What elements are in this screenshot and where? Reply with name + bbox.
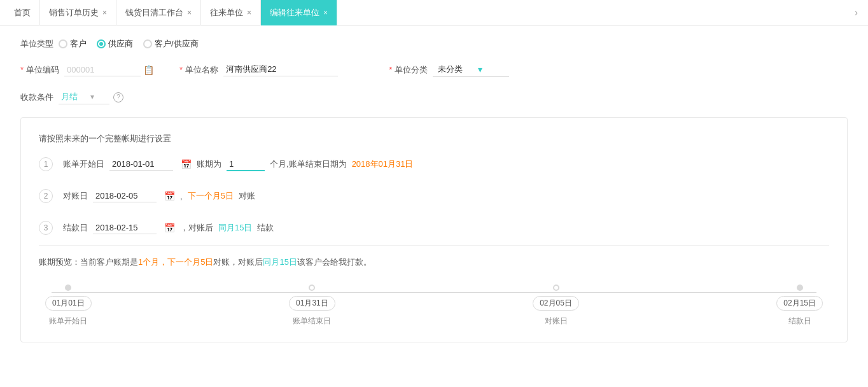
step-1-mid-text: 账期为 — [197, 158, 221, 170]
tab-cash-work[interactable]: 钱货日清工作台 × — [116, 0, 201, 25]
timeline-dot-4 — [797, 285, 803, 291]
unit-name-item: * 单位名称 — [179, 64, 338, 76]
unit-code-item: * 单位编码 📋 — [20, 64, 154, 76]
timeline-point-3: 02月05日 对账日 — [533, 285, 579, 327]
unit-name-label: 单位名称 — [185, 64, 218, 76]
tab-edit-unit-label: 编辑往来单位 — [270, 7, 319, 18]
unit-code-star: * — [20, 65, 24, 74]
payment-value: 月结 — [61, 91, 78, 102]
close-tab-sales-history[interactable]: × — [102, 8, 107, 17]
step-2-content: 对账日 📅 , 下一个月5日 对账 — [63, 190, 255, 202]
close-tab-unit-list[interactable]: × — [247, 8, 251, 17]
step-2-highlight: 下一个月5日 — [188, 190, 234, 202]
preview-suffix: 该客户会给我打款。 — [297, 257, 372, 267]
tab-unit-list[interactable]: 往来单位 × — [201, 0, 261, 25]
timeline-label-3: 对账日 — [545, 316, 568, 327]
card-title: 请按照未来的一个完整帐期进行设置 — [39, 133, 829, 144]
payment-item: 收款条件 月结 ▾ ? — [20, 90, 123, 104]
tab-unit-list-label: 往来单位 — [210, 7, 243, 18]
timeline-badge-1: 01月01日 — [45, 296, 92, 311]
payment-help-icon[interactable]: ? — [113, 92, 123, 102]
step-1-num: 1 — [39, 157, 53, 171]
timeline-badge-2: 01月31日 — [289, 296, 335, 311]
unit-category-label: 单位分类 — [395, 64, 428, 76]
tab-edit-unit[interactable]: 编辑往来单位 × — [261, 0, 337, 25]
step-2-label: 对账日 — [63, 190, 88, 202]
radio-customer-circle — [59, 39, 67, 48]
timeline-point-2: 01月31日 账单结束日 — [289, 285, 335, 327]
timeline-wrapper: 01月01日 账单开始日 01月31日 账单结束日 02月05日 对账日 — [39, 285, 829, 327]
step-2-date-input[interactable] — [93, 190, 157, 202]
payment-select[interactable]: 月结 ▾ — [59, 90, 109, 104]
main-content: 单位类型 客户 供应商 客户/供应商 * 单位编码 — [0, 25, 868, 387]
step-3-calendar-icon[interactable]: 📅 — [164, 223, 175, 233]
preview-part3: 同月15日 — [263, 257, 297, 267]
unit-name-input[interactable] — [223, 64, 338, 76]
tab-sales-history[interactable]: 销售订单历史 × — [40, 0, 116, 25]
tabs-expand-button[interactable]: › — [850, 7, 863, 18]
unit-code-input[interactable] — [64, 64, 141, 76]
timeline-dot-2 — [309, 285, 315, 291]
unit-info-row: * 单位编码 📋 * 单位名称 * 单位分类 未分类 ▾ — [20, 62, 848, 77]
step-3-suffix: 结款 — [257, 222, 274, 234]
step-3-date-input[interactable] — [93, 222, 157, 234]
step-2-num: 2 — [39, 189, 53, 203]
timeline-dot-1 — [65, 285, 71, 291]
step-3-row: 3 结款日 📅 ，对账后 同月15日 结款 — [39, 221, 829, 235]
preview-text: 账期预览：当前客户账期是1个月，下一个月5日对账，对账后同月15日该客户会给我打… — [39, 256, 829, 269]
tab-sales-history-label: 销售订单历史 — [49, 7, 99, 18]
close-tab-edit-unit[interactable]: × — [323, 8, 328, 17]
payment-row: 收款条件 月结 ▾ ? — [20, 90, 848, 104]
radio-customer[interactable]: 客户 — [59, 38, 87, 50]
unit-code-label: 单位编码 — [26, 64, 59, 76]
tabs-bar: 首页 销售订单历史 × 钱货日清工作台 × 往来单位 × 编辑往来单位 × › — [0, 0, 868, 25]
step-1-date-input[interactable] — [109, 158, 173, 171]
unit-category-item: * 单位分类 未分类 ▾ — [389, 62, 509, 77]
timeline-badge-3: 02月05日 — [533, 296, 579, 311]
card-section: 请按照未来的一个完整帐期进行设置 1 账单开始日 📅 账期为 个月,账单结束日期… — [20, 117, 848, 342]
unit-category-dropdown-arrow: ▾ — [478, 64, 482, 74]
close-tab-cash-work[interactable]: × — [187, 8, 192, 17]
unit-code-copy-icon[interactable]: 📋 — [143, 65, 154, 75]
preview-part2: 下一个月5日 — [167, 257, 213, 267]
unit-type-item: 单位类型 客户 供应商 客户/供应商 — [20, 38, 199, 50]
tab-home[interactable]: 首页 — [5, 0, 40, 25]
step-2-calendar-icon[interactable]: 📅 — [164, 191, 175, 201]
step-2-suffix2: 对账 — [239, 190, 255, 202]
step-2-row: 2 对账日 📅 , 下一个月5日 对账 — [39, 189, 829, 203]
step-1-row: 1 账单开始日 📅 账期为 个月,账单结束日期为 2018年01月31日 — [39, 157, 829, 171]
unit-type-row: 单位类型 客户 供应商 客户/供应商 — [20, 38, 848, 50]
unit-type-radio-group: 客户 供应商 客户/供应商 — [59, 38, 199, 50]
tab-home-label: 首页 — [14, 7, 31, 18]
step-1-highlight: 2018年01月31日 — [352, 158, 414, 170]
preview-mid: 对账，对账后 — [213, 257, 263, 267]
radio-supplier-label: 供应商 — [108, 38, 133, 50]
radio-supplier[interactable]: 供应商 — [97, 38, 133, 50]
timeline-label-1: 账单开始日 — [49, 316, 87, 327]
timeline-dot-3 — [553, 285, 559, 291]
payment-dropdown-arrow: ▾ — [90, 92, 94, 101]
step-3-content: 结款日 📅 ，对账后 同月15日 结款 — [63, 222, 274, 234]
radio-customer-supplier-label: 客户/供应商 — [155, 38, 199, 50]
payment-label: 收款条件 — [20, 92, 53, 103]
step-3-num: 3 — [39, 221, 53, 235]
step-3-comma: ，对账后 — [180, 222, 213, 234]
timeline-label-4: 结款日 — [788, 316, 811, 327]
step-1-label: 账单开始日 — [63, 158, 104, 170]
unit-category-select[interactable]: 未分类 ▾ — [433, 62, 509, 77]
timeline-points: 01月01日 账单开始日 01月31日 账单结束日 02月05日 对账日 — [45, 285, 823, 327]
radio-customer-supplier-circle — [143, 39, 152, 48]
step-2-comma: , — [180, 192, 183, 201]
timeline-point-1: 01月01日 账单开始日 — [45, 285, 92, 327]
radio-supplier-circle — [97, 39, 106, 48]
step-3-highlight: 同月15日 — [218, 222, 252, 234]
radio-customer-supplier[interactable]: 客户/供应商 — [143, 38, 199, 50]
step-1-content: 账单开始日 📅 账期为 个月,账单结束日期为 2018年01月31日 — [63, 158, 413, 171]
timeline-label-2: 账单结束日 — [293, 316, 331, 327]
unit-category-value: 未分类 — [438, 64, 463, 75]
unit-type-label: 单位类型 — [20, 38, 53, 50]
step-1-calendar-icon[interactable]: 📅 — [181, 159, 192, 169]
preview-prefix: 账期预览：当前客户账期是 — [39, 257, 138, 267]
unit-name-star: * — [179, 65, 183, 74]
period-input[interactable] — [227, 158, 265, 171]
